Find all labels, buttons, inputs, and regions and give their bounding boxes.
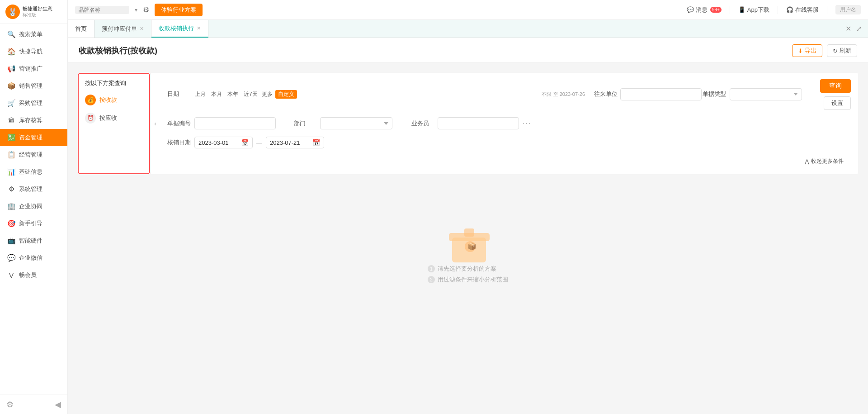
app-edition: 标准版 [23, 12, 52, 18]
sidebar-item-8[interactable]: 📊基础信息 [0, 163, 67, 181]
bill-no-label: 单据编号 [167, 119, 191, 128]
shortcut-this-month[interactable]: 本月 [210, 90, 223, 99]
tab-0[interactable]: 首页 [68, 20, 94, 38]
divider [730, 6, 730, 14]
dept-filter-group: 部门 [294, 117, 402, 129]
sidebar-item-14[interactable]: V畅会员 [0, 266, 67, 284]
menu-label-8: 基础信息 [19, 168, 42, 176]
tab-label-1: 预付冲应付单 [102, 25, 137, 33]
filter-main: 日期 上月 本月 本年 近7天 更多 自定义 不限 [160, 73, 858, 174]
message-icon: 💬 [687, 6, 694, 13]
tab-close-2[interactable]: ✕ [197, 25, 201, 31]
sidebar-item-10[interactable]: 🏢企业协同 [0, 198, 67, 215]
menu-icon-6: 💹 [7, 133, 15, 142]
solution-button[interactable]: 体验行业方案 [155, 4, 203, 16]
menu-label-7: 经营管理 [19, 151, 42, 159]
sidebar-item-7[interactable]: 📋经营管理 [0, 146, 67, 163]
export-button[interactable]: ⬇ 导出 [792, 44, 822, 57]
staff-more-icon[interactable]: ··· [523, 119, 531, 128]
menu-label-6: 资金管理 [19, 133, 42, 142]
filter-option-by-receipt[interactable]: 💰 按收款 [79, 91, 149, 109]
sidebar-item-2[interactable]: 📢营销推广 [0, 60, 67, 77]
app-name: 畅捷通好生意 [23, 5, 52, 12]
query-button[interactable]: 查询 [820, 79, 851, 93]
menu-icon-5: 🏛 [7, 117, 15, 124]
verify-date-end-input[interactable] [270, 139, 311, 146]
empty-illustration: 📦 [445, 215, 491, 260]
dropdown-icon[interactable]: ▾ [135, 7, 137, 13]
message-button[interactable]: 💬 消息 99+ [687, 6, 722, 14]
collapse-more-btn[interactable]: ⋀ 收起更多条件 [167, 156, 851, 169]
shortcut-7days[interactable]: 近7天 [242, 90, 259, 99]
filter-collapse-button[interactable]: ‹ [150, 73, 160, 174]
empty-svg: 📦 [445, 215, 495, 265]
export-label: 导出 [805, 47, 816, 55]
collapse-arrow-icon: ⋀ [805, 158, 809, 165]
shortcut-last-month[interactable]: 上月 [193, 90, 207, 99]
message-badge: 99+ [710, 7, 722, 13]
filter-sidebar-title: 按以下方案查询 [79, 79, 149, 91]
sidebar-item-5[interactable]: 🏛库存核算 [0, 112, 67, 129]
sidebar-item-12[interactable]: 📺智能硬件 [0, 232, 67, 249]
calendar-start-icon[interactable]: 📅 [241, 139, 249, 146]
online-service-button[interactable]: 🎧 在线客服 [786, 6, 819, 14]
refresh-label: 刷新 [840, 47, 851, 55]
partner-input[interactable] [620, 88, 702, 100]
sidebar-item-4[interactable]: 🛒采购管理 [0, 95, 67, 112]
settings-icon[interactable]: ⚙ [6, 400, 14, 409]
expand-icon[interactable]: ⤢ [856, 24, 862, 33]
menu-label-1: 快捷导航 [19, 48, 42, 56]
date-shortcuts: 上月 本月 本年 近7天 更多 自定义 [193, 90, 297, 99]
bill-no-input[interactable] [194, 117, 276, 129]
query-actions: 查询 设置 [820, 78, 851, 110]
sidebar-item-13[interactable]: 💬企业微信 [0, 249, 67, 266]
setting-button[interactable]: 设置 [824, 96, 851, 110]
shortcut-more[interactable]: 更多 [262, 90, 273, 98]
filter-option-by-receivable[interactable]: ⏰ 按应收 [79, 109, 149, 127]
refresh-button[interactable]: ↻ 刷新 [827, 44, 857, 57]
sidebar-item-11[interactable]: 🎯新手引导 [0, 215, 67, 232]
collapse-icon[interactable]: ◀ [55, 400, 61, 409]
sidebar-item-1[interactable]: 🏠快捷导航 [0, 43, 67, 60]
shortcut-custom[interactable]: 自定义 [275, 90, 297, 99]
staff-input[interactable] [438, 117, 519, 129]
sidebar-item-6[interactable]: 💹资金管理 [0, 129, 67, 146]
calendar-end-icon[interactable]: 📅 [312, 139, 320, 146]
verify-date-end-wrapper: 📅 [266, 137, 324, 148]
message-label: 消息 [696, 6, 708, 14]
main-area: ▾ ⚙ 体验行业方案 💬 消息 99+ 📱 App下载 🎧 在线客服 用户名 [68, 0, 868, 414]
verify-date-start-input[interactable] [198, 139, 239, 146]
menu-label-14: 畅会员 [19, 271, 37, 279]
menu-label-5: 库存核算 [19, 116, 42, 124]
user-info[interactable]: 用户名 [835, 5, 861, 14]
tab-label-0: 首页 [75, 25, 87, 33]
close-tab-icon[interactable]: ✕ [845, 24, 851, 33]
header-actions: ⬇ 导出 ↻ 刷新 [792, 44, 857, 62]
content-area: 收款核销执行(按收款) ⬇ 导出 ↻ 刷新 按以下方案查询 💰 [68, 38, 868, 414]
sidebar-item-3[interactable]: 📦销售管理 [0, 77, 67, 95]
brand-input[interactable] [75, 6, 129, 14]
tab-2[interactable]: 收款核销执行✕ [151, 20, 208, 38]
menu-label-4: 采购管理 [19, 99, 42, 107]
menu-icon-1: 🏠 [7, 48, 15, 56]
sidebar-item-0[interactable]: 🔍搜索菜单 [0, 26, 67, 43]
hint2-label: 用过滤条件来缩小分析范围 [438, 276, 508, 284]
tab-1[interactable]: 预付冲应付单✕ [94, 20, 151, 38]
empty-text: 1 请先选择要分析的方案 2 用过滤条件来缩小分析范围 [428, 265, 508, 284]
by-receipt-icon: 💰 [85, 95, 96, 105]
shortcut-this-year[interactable]: 本年 [226, 90, 240, 99]
bill-type-filter-group: 单据类型 [703, 88, 811, 100]
app-download-button[interactable]: 📱 App下载 [738, 6, 769, 14]
sidebar-footer: ⚙ ◀ [0, 395, 67, 414]
date-filter-group: 日期 上月 本月 本年 近7天 更多 自定义 [167, 90, 533, 99]
page-header: 收款核销执行(按收款) ⬇ 导出 ↻ 刷新 [68, 38, 868, 63]
empty-hint-1: 1 请先选择要分析的方案 [428, 265, 508, 273]
menu-icon-7: 📋 [7, 151, 15, 159]
gear-icon[interactable]: ⚙ [143, 5, 149, 14]
page-title: 收款核销执行(按收款) [79, 45, 157, 62]
dept-select[interactable] [320, 117, 392, 129]
divider2 [778, 6, 778, 14]
tab-close-1[interactable]: ✕ [140, 26, 144, 32]
bill-type-select[interactable] [730, 88, 802, 100]
sidebar-item-9[interactable]: ⚙系统管理 [0, 181, 67, 198]
